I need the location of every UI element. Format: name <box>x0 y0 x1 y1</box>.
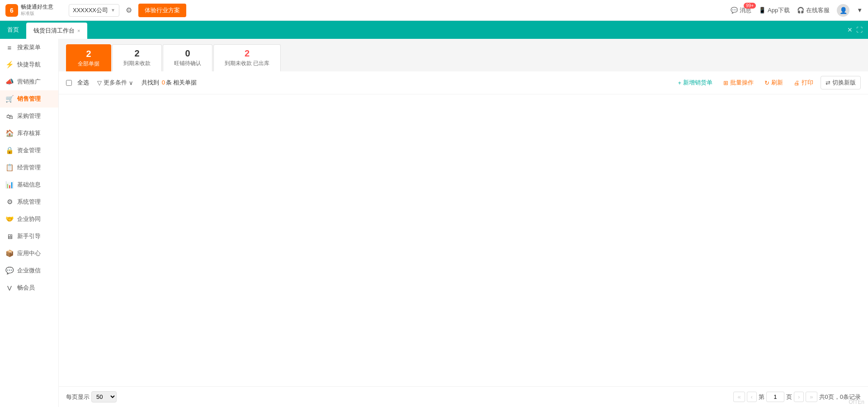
sidebar-item-app-center[interactable]: 📦 应用中心 <box>0 245 58 262</box>
guide-icon: 🖥 <box>5 233 14 240</box>
app-download-icon: 📱 <box>759 7 766 14</box>
last-page-button[interactable]: » <box>806 392 817 402</box>
sidebar-item-system[interactable]: ⚙ 系统管理 <box>0 193 58 211</box>
sidebar-label-search-menu: 搜索菜单 <box>17 43 41 51</box>
sidebar-label-guide: 新手引导 <box>17 232 41 240</box>
expand-tab-action-icon[interactable]: ⛶ <box>856 26 863 33</box>
user-icon: 👤 <box>840 7 847 14</box>
close-tab-action-icon[interactable]: ✕ <box>847 26 853 33</box>
tab-home[interactable]: 首页 <box>0 21 26 39</box>
sales-icon: 🛒 <box>5 95 14 103</box>
sidebar-item-inventory[interactable]: 🏠 库存核算 <box>0 125 58 142</box>
logo-text: 畅捷通好生意 标准版 <box>21 4 53 17</box>
footer-pagination: 每页显示 50 100 200 « ‹ 第 页 › » 共0页，0条记录 <box>59 386 868 407</box>
sidebar-item-operations[interactable]: 📋 经营管理 <box>0 159 58 176</box>
page-unit: 页 <box>786 393 792 401</box>
sidebar-item-search-menu[interactable]: ≡ 搜索菜单 <box>0 39 58 56</box>
found-count: 0 <box>162 79 165 86</box>
refresh-button[interactable]: ↻ 刷新 <box>761 76 787 89</box>
operations-icon: 📋 <box>5 164 14 172</box>
sidebar-label-quick-nav: 快捷导航 <box>17 61 41 69</box>
toolbar-right: + 新增销货单 ⊞ 批量操作 ↻ 刷新 🖨 打印 ⇄ 切换新版 <box>674 76 861 89</box>
next-page-button[interactable]: › <box>794 392 804 402</box>
content-area: 2 全部单据 2 到期未收款 0 旺铺待确认 2 到期未收款 已出库 全选 ▽ … <box>59 39 868 407</box>
sub-tabs: 2 全部单据 2 到期未收款 0 旺铺待确认 2 到期未收款 已出库 <box>59 39 868 71</box>
inventory-icon: 🏠 <box>5 129 14 137</box>
sidebar-label-purchase: 采购管理 <box>17 112 41 120</box>
company-selector[interactable]: XXXXXX公司 ▼ <box>69 4 119 17</box>
select-all-label: 全选 <box>77 79 89 87</box>
sub-tab-pending[interactable]: 0 旺铺待确认 <box>163 44 212 71</box>
sidebar-label-app-center: 应用中心 <box>17 249 41 257</box>
sidebar-item-quick-nav[interactable]: ⚡ 快捷导航 <box>0 56 58 73</box>
per-page-selector[interactable]: 每页显示 50 100 200 <box>66 391 117 402</box>
sub-tab-all[interactable]: 2 全部单据 <box>66 44 111 71</box>
batch-operation-button[interactable]: ⊞ 批量操作 <box>720 76 757 89</box>
select-all-checkbox[interactable] <box>66 80 72 86</box>
sidebar-item-finance[interactable]: 🔒 资金管理 <box>0 142 58 159</box>
sidebar-item-sales[interactable]: 🛒 销售管理 <box>0 90 58 108</box>
first-page-button[interactable]: « <box>733 392 745 402</box>
toolbar: 全选 ▽ 更多条件 ∨ 共找到 0条 相关单据 + 新增销货单 ⊞ 批量操作 <box>59 71 868 94</box>
app-download-button[interactable]: 📱 App下载 <box>759 6 790 14</box>
sub-tab-overdue-out[interactable]: 2 到期未收款 已出库 <box>213 44 281 71</box>
online-service-label: 在线客服 <box>806 6 830 14</box>
sidebar-label-finance: 资金管理 <box>17 146 41 154</box>
batch-icon: ⊞ <box>723 80 728 86</box>
settings-icon[interactable]: ⚙ <box>124 4 134 16</box>
chevron-down-icon: ▼ <box>857 7 863 14</box>
tab-bar: 首页 钱货日清工作台 × ✕ ⛶ <box>0 21 868 39</box>
tab-cashflow-workbench[interactable]: 钱货日清工作台 × <box>26 23 87 39</box>
table-area <box>59 94 868 386</box>
print-button[interactable]: 🖨 打印 <box>790 76 817 89</box>
sidebar-label-sales: 销售管理 <box>17 95 41 103</box>
per-page-select[interactable]: 50 100 200 <box>91 391 117 402</box>
header-right: 💬 消息 99+ 📱 App下载 🎧 在线客服 👤 ▼ <box>731 4 863 17</box>
chevron-down-icon: ∨ <box>129 80 133 86</box>
top-header: 6 畅捷通好生意 标准版 XXXXXX公司 ▼ ⚙ 体验行业方案 💬 消息 99… <box>0 0 868 21</box>
page-label: 第 <box>759 393 764 401</box>
prev-page-button[interactable]: ‹ <box>747 392 757 402</box>
logo-line2: 标准版 <box>21 10 53 17</box>
trial-button[interactable]: 体验行业方案 <box>138 4 186 17</box>
app-center-icon: 📦 <box>5 249 14 257</box>
found-text: 共找到 0条 相关单据 <box>142 79 197 87</box>
chevron-down-icon: ▼ <box>111 8 115 13</box>
username-button[interactable]: ▼ <box>857 7 863 14</box>
page-input[interactable] <box>766 392 784 402</box>
sidebar-item-marketing[interactable]: 📣 营销推广 <box>0 73 58 90</box>
sidebar-item-wechat[interactable]: 💬 企业微信 <box>0 262 58 279</box>
home-tab-label: 首页 <box>7 26 19 34</box>
sidebar-item-guide[interactable]: 🖥 新手引导 <box>0 228 58 245</box>
sidebar-label-inventory: 库存核算 <box>17 129 41 137</box>
enterprise-icon: 🤝 <box>5 215 14 223</box>
more-conditions-button[interactable]: ▽ 更多条件 ∨ <box>93 76 138 89</box>
sidebar-item-purchase[interactable]: 🛍 采购管理 <box>0 108 58 125</box>
sidebar-item-enterprise[interactable]: 🤝 企业协同 <box>0 211 58 228</box>
purchase-icon: 🛍 <box>5 112 14 120</box>
company-name: XXXXXX公司 <box>73 6 108 14</box>
tab-close-icon[interactable]: × <box>77 28 80 33</box>
wechat-icon: 💬 <box>5 267 14 275</box>
sub-tab-pending-label: 旺铺待确认 <box>174 60 201 67</box>
avatar[interactable]: 👤 <box>837 4 849 17</box>
plus-icon: + <box>678 80 681 86</box>
online-service-button[interactable]: 🎧 在线客服 <box>797 6 830 14</box>
sub-tab-overdue[interactable]: 2 到期未收款 <box>112 44 162 71</box>
sidebar-item-basic-info[interactable]: 📊 基础信息 <box>0 176 58 193</box>
message-icon: 💬 <box>731 7 738 14</box>
messages-button[interactable]: 💬 消息 99+ <box>731 6 751 14</box>
switch-icon: ⇄ <box>826 80 830 86</box>
sub-tab-overdue-label: 到期未收款 <box>123 60 151 67</box>
add-sale-button[interactable]: + 新增销货单 <box>674 76 716 89</box>
sub-tab-overdue-out-label: 到期未收款 已出库 <box>225 60 269 67</box>
sidebar-item-vip[interactable]: V 畅会员 <box>0 279 58 296</box>
page-total: 共0页，0条记录 <box>819 393 861 401</box>
vip-icon: V <box>5 284 14 292</box>
main-layout: ≡ 搜索菜单 ⚡ 快捷导航 📣 营销推广 🛒 销售管理 🛍 采购管理 🏠 库存核… <box>0 39 868 407</box>
basic-info-icon: 📊 <box>5 181 14 189</box>
sidebar-label-operations: 经营管理 <box>17 164 41 172</box>
messages-badge: 99+ <box>744 3 756 9</box>
switch-new-version-button[interactable]: ⇄ 切换新版 <box>821 76 861 89</box>
app-download-label: App下载 <box>768 6 790 14</box>
